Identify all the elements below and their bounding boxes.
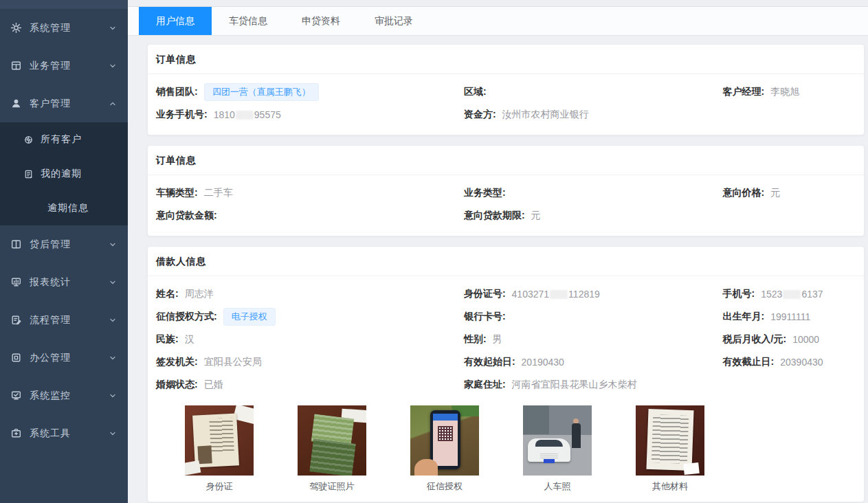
field-label: 业务手机号: (156, 109, 208, 121)
order-info-card-2: 订单信息 车辆类型: 二手车 业务类型: 意向价格: 元 (147, 145, 865, 236)
photo-art (523, 405, 549, 434)
sidebar-item-process-management[interactable]: 流程管理 (0, 301, 128, 339)
chevron-down-icon (109, 24, 117, 32)
other-document-photo[interactable] (636, 405, 704, 476)
field-label: 手机号: (723, 288, 755, 300)
sidebar-item-system-monitor[interactable]: 系统监控 (0, 377, 128, 414)
sidebar-item-label: 逾期信息 (47, 202, 89, 214)
field-gender: 性别: 男 (464, 333, 723, 346)
redacted-blur (783, 290, 801, 299)
field-mobile-number: 手机号: 15236137 (723, 288, 856, 300)
square-icon (10, 352, 22, 364)
sidebar-item-system-management[interactable]: 系统管理 (0, 9, 128, 47)
field-label: 征信授权方式: (156, 311, 217, 323)
field-label: 区域: (464, 86, 487, 98)
order-info-card-1: 订单信息 销售团队: 四团一营（直属王鹏飞） 区域: 客户经理: (147, 44, 865, 135)
field-value: 20190430 (522, 357, 564, 368)
attachment-item: 人车照 (523, 405, 592, 493)
photo-art (192, 413, 239, 467)
chevron-down-icon (109, 392, 117, 400)
attachment-item: 征信授权 (410, 405, 479, 493)
redacted-blur (550, 290, 568, 299)
sidebar-item-overdue-info[interactable]: 逾期信息 (0, 191, 128, 225)
field-value: 已婚 (204, 379, 223, 391)
sidebar-item-business-management[interactable]: 业务管理 (0, 47, 128, 85)
field-label: 性别: (464, 333, 487, 346)
photo-caption: 身份证 (185, 480, 254, 493)
main-content: 用户信息 车贷信息 申贷资料 审批记录 订单信息 销售团队: 四团一营（直属王鹏… (128, 0, 868, 503)
photo-art (572, 423, 581, 448)
app-window: 系统管理 业务管理 客户管理 所有客户 (0, 0, 868, 503)
top-strip (128, 0, 868, 7)
field-intended-price: 意向价格: 元 (723, 187, 856, 199)
sidebar-item-label: 办公管理 (30, 352, 109, 364)
card-title: 借款人信息 (148, 247, 864, 276)
authorization-photo[interactable] (410, 405, 479, 476)
sidebar-item-my-overdue[interactable]: 我的逾期 (0, 157, 128, 191)
redacted-blur (236, 111, 254, 120)
sidebar-item-label: 所有客户 (41, 133, 82, 146)
toolbox-icon (10, 427, 22, 440)
field-monthly-income: 税后月收入/元: 10000 (723, 333, 856, 346)
field-value: 181095575 (214, 109, 281, 120)
field-ethnicity: 民族: 汉 (156, 333, 464, 346)
sales-team-tag[interactable]: 四团一营（直属王鹏飞） (204, 83, 319, 101)
field-marital-status: 婚姻状态: 已婚 (156, 379, 464, 391)
photo-art (430, 410, 460, 469)
field-value: 15236137 (761, 289, 823, 300)
tab-user-info[interactable]: 用户信息 (139, 7, 212, 35)
sidebar-item-office-management[interactable]: 办公管理 (0, 339, 128, 377)
field-label: 家庭住址: (464, 379, 506, 391)
attachment-photos: 身份证 驾驶证照片 (185, 405, 856, 493)
sidebar-item-label: 系统监控 (30, 390, 109, 402)
photo-caption: 人车照 (523, 480, 592, 493)
sidebar-item-postloan-management[interactable]: 贷后管理 (0, 225, 128, 263)
borrower-info-card: 借款人信息 姓名: 周志洋 身份证号: 4103271112819 手机号: (147, 246, 865, 502)
sidebar-item-system-tools[interactable]: 系统工具 (0, 414, 128, 452)
field-value: 二手车 (204, 187, 233, 199)
field-label: 客户经理: (723, 86, 765, 98)
field-business-phone: 业务手机号: 181095575 (156, 109, 464, 121)
photo-art (528, 438, 570, 462)
attachment-item: 其他材料 (636, 405, 704, 493)
field-value: 宜阳县公安局 (204, 356, 262, 368)
license-photo[interactable] (298, 405, 366, 476)
sidebar-item-label: 贷后管理 (30, 238, 109, 251)
field-label: 身份证号: (464, 288, 506, 300)
photo-caption: 征信授权 (410, 480, 479, 493)
sidebar-item-customer-management[interactable]: 客户管理 (0, 85, 128, 122)
field-label: 有效起始日: (464, 356, 515, 368)
sidebar-item-report-statistics[interactable]: 报表统计 (0, 263, 128, 301)
field-label: 意向价格: (723, 187, 765, 199)
field-region: 区域: (464, 86, 723, 98)
field-business-type: 业务类型: (464, 187, 723, 199)
field-value: 河南省宜阳县花果山乡木柴村 (512, 379, 637, 391)
tab-approval-records[interactable]: 审批记录 (357, 7, 430, 35)
tab-car-loan-info[interactable]: 车贷信息 (212, 7, 285, 35)
page-content: 订单信息 销售团队: 四团一营（直属王鹏飞） 区域: 客户经理: (128, 36, 868, 503)
field-label: 业务类型: (464, 187, 506, 199)
field-value: 元 (770, 187, 780, 199)
field-intended-loan-term: 意向贷款期限: 元 (464, 210, 723, 222)
sidebar-item-all-customers[interactable]: 所有客户 (0, 122, 128, 157)
field-label: 意向贷款期限: (464, 210, 525, 222)
tab-loan-application-materials[interactable]: 申贷资料 (285, 7, 357, 35)
person-car-photo[interactable] (523, 405, 592, 476)
field-value: 19911111 (770, 311, 810, 322)
attachment-item: 身份证 (185, 405, 254, 493)
sidebar-item-label: 系统工具 (30, 427, 109, 440)
field-label: 资金方: (464, 109, 496, 121)
field-name: 姓名: 周志洋 (156, 288, 464, 300)
clipboard-icon (10, 314, 22, 326)
sidebar-item-label: 业务管理 (30, 60, 109, 72)
sidebar-submenu-customer: 所有客户 我的逾期 逾期信息 (0, 122, 128, 225)
table-icon (10, 60, 22, 72)
field-label: 销售团队: (156, 86, 198, 98)
field-label: 银行卡号: (464, 311, 506, 323)
field-value: 10000 (792, 334, 819, 345)
field-value: 汉 (185, 333, 194, 346)
photo-art (309, 438, 355, 476)
id-card-photo[interactable] (185, 405, 254, 476)
wheel-icon (23, 134, 34, 145)
field-home-address: 家庭住址: 河南省宜阳县花果山乡木柴村 (464, 379, 723, 391)
